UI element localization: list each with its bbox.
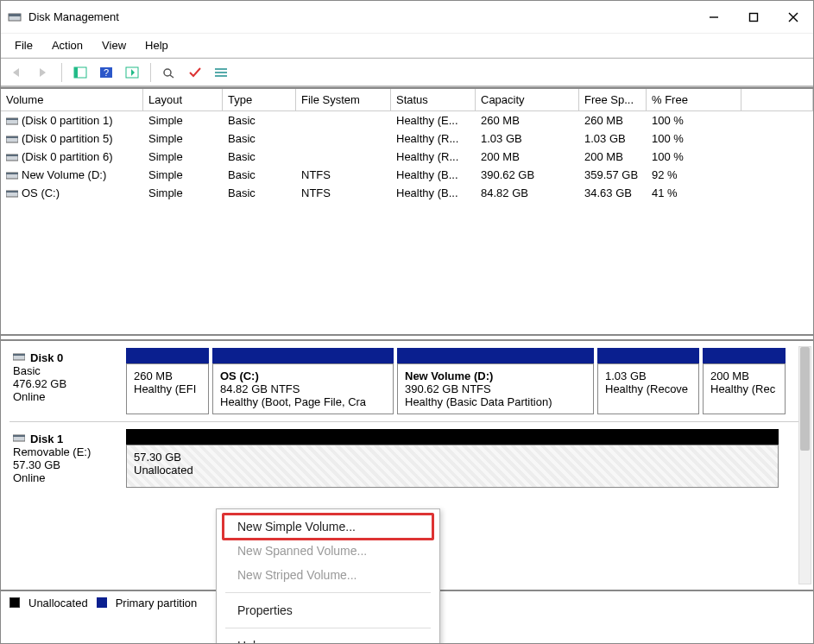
menu-help[interactable]: Help — [136, 36, 177, 54]
toolbar-action-list-icon[interactable] — [123, 63, 142, 82]
volume-free: 1.03 GB — [579, 132, 647, 145]
disk-icon — [6, 170, 18, 180]
volume-row[interactable]: (Disk 0 partition 1)SimpleBasicHealthy (… — [1, 111, 813, 129]
volume-list-header: Volume Layout Type File System Status Ca… — [1, 89, 813, 111]
ctx-help[interactable]: Help — [217, 634, 439, 644]
scrollbar-thumb[interactable] — [800, 347, 810, 451]
partition-box[interactable]: OS (C:)84.82 GB NTFSHealthy (Boot, Page … — [212, 363, 394, 414]
col-layout[interactable]: Layout — [143, 89, 223, 110]
svg-rect-7 — [74, 67, 78, 78]
toolbar-show-hide-tree-icon[interactable] — [71, 63, 90, 82]
volume-type: Basic — [223, 132, 296, 145]
partition-size: 390.62 GB NTFS — [405, 382, 586, 395]
volume-capacity: 390.62 GB — [476, 168, 579, 181]
volume-name: OS (C:) — [22, 186, 60, 199]
disk-state: Online — [13, 390, 121, 403]
menu-action[interactable]: Action — [43, 36, 91, 54]
svg-rect-23 — [6, 173, 18, 174]
vertical-scrollbar[interactable] — [798, 346, 811, 584]
volume-type: Basic — [223, 150, 296, 163]
maximize-button[interactable] — [734, 1, 773, 34]
minimize-button[interactable] — [694, 1, 734, 34]
volume-row[interactable]: (Disk 0 partition 5)SimpleBasicHealthy (… — [1, 129, 813, 148]
partition-status: Healthy (EFI — [134, 382, 201, 395]
partition-header — [126, 429, 779, 445]
partition-header — [126, 348, 209, 363]
ctx-separator — [225, 628, 431, 628]
volume-free: 200 MB — [579, 150, 647, 163]
forward-button[interactable] — [34, 63, 53, 82]
legend-primary: Primary partition — [116, 597, 198, 609]
partition-title: New Volume (D:) — [405, 369, 586, 382]
disk-name: Disk 0 — [30, 351, 63, 364]
ctx-new-simple-volume[interactable]: New Simple Volume... — [217, 515, 439, 539]
partition-box[interactable]: 200 MBHealthy (Rec — [703, 363, 786, 414]
disk-row: Disk 1Removable (E:)57.30 GBOnline57.30 … — [1, 422, 813, 495]
volume-row[interactable]: New Volume (D:)SimpleBasicNTFSHealthy (B… — [1, 166, 813, 184]
title-bar: Disk Management — [1, 1, 813, 34]
volume-name: (Disk 0 partition 5) — [22, 132, 112, 145]
volume-row[interactable]: OS (C:)SimpleBasicNTFSHealthy (B...84.82… — [1, 184, 813, 202]
disk-info[interactable]: Disk 0Basic476.92 GBOnline — [9, 348, 126, 414]
volume-type: Basic — [223, 114, 296, 127]
volume-row[interactable]: (Disk 0 partition 6)SimpleBasicHealthy (… — [1, 148, 813, 166]
volume-capacity: 200 MB — [476, 150, 579, 163]
col-pctfree[interactable]: % Free — [647, 89, 741, 110]
disk-icon — [13, 351, 25, 364]
col-capacity[interactable]: Capacity — [476, 89, 579, 110]
col-filesystem[interactable]: File System — [296, 89, 391, 110]
svg-rect-14 — [215, 72, 227, 73]
volume-free: 260 MB — [579, 114, 647, 127]
volume-name: New Volume (D:) — [22, 168, 106, 181]
volume-filesystem: NTFS — [296, 168, 391, 181]
volume-layout: Simple — [143, 132, 223, 145]
volume-status: Healthy (B... — [391, 186, 476, 199]
svg-rect-15 — [215, 75, 227, 77]
volume-pctfree: 100 % — [647, 114, 741, 127]
menu-file[interactable]: File — [6, 36, 41, 54]
volume-status: Healthy (B... — [391, 168, 476, 181]
close-button[interactable] — [773, 1, 813, 34]
svg-rect-25 — [6, 191, 18, 193]
disk-size: 57.30 GB — [13, 458, 121, 471]
disk-info[interactable]: Disk 1Removable (E:)57.30 GBOnline — [9, 429, 126, 488]
partition-status: Healthy (Boot, Page File, Cra — [220, 395, 386, 408]
volume-layout: Simple — [143, 114, 223, 127]
partition-box[interactable]: 260 MBHealthy (EFI — [126, 363, 209, 414]
partition-size: 84.82 GB NTFS — [220, 382, 386, 395]
svg-line-12 — [170, 75, 174, 78]
toolbar-check-icon[interactable] — [186, 63, 205, 82]
ctx-properties[interactable]: Properties — [217, 598, 439, 622]
svg-text:?: ? — [104, 67, 109, 78]
svg-rect-21 — [6, 155, 18, 156]
col-type[interactable]: Type — [223, 89, 296, 110]
app-icon — [8, 10, 22, 24]
volume-free: 34.63 GB — [579, 186, 647, 199]
volume-list: Volume Layout Type File System Status Ca… — [1, 87, 813, 336]
partition-status: Healthy (Recove — [605, 382, 691, 395]
partition-status: Unallocated — [134, 464, 771, 477]
svg-rect-17 — [6, 118, 18, 120]
partition-strip: 260 MBHealthy (EFIOS (C:)84.82 GB NTFSHe… — [126, 348, 792, 414]
col-volume[interactable]: Volume — [1, 89, 143, 110]
disk-name: Disk 1 — [30, 432, 63, 445]
volume-free: 359.57 GB — [579, 168, 647, 181]
back-button[interactable] — [8, 63, 27, 82]
partition-box[interactable]: New Volume (D:)390.62 GB NTFSHealthy (Ba… — [397, 363, 594, 414]
col-freespace[interactable]: Free Sp... — [579, 89, 647, 110]
volume-name: (Disk 0 partition 6) — [22, 150, 112, 163]
volume-pctfree: 100 % — [647, 132, 741, 145]
disk-icon — [6, 134, 18, 144]
toolbar-list-icon[interactable] — [211, 63, 230, 82]
menu-bar: File Action View Help — [1, 34, 813, 58]
toolbar-refresh-icon[interactable] — [160, 63, 179, 82]
col-status[interactable]: Status — [391, 89, 476, 110]
volume-capacity: 260 MB — [476, 114, 579, 127]
partition-box[interactable]: 57.30 GBUnallocated — [126, 445, 779, 488]
toolbar-help-icon[interactable]: ? — [97, 63, 116, 82]
menu-view[interactable]: View — [93, 36, 135, 54]
partition-box[interactable]: 1.03 GBHealthy (Recove — [597, 363, 699, 414]
volume-layout: Simple — [143, 186, 223, 199]
partition-strip: 57.30 GBUnallocated — [126, 429, 792, 488]
disk-state: Online — [13, 471, 121, 484]
